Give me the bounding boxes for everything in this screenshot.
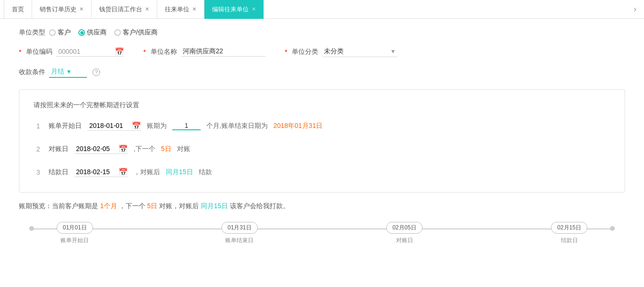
unit-name-field: * 单位名称 bbox=[143, 47, 265, 57]
radio-customer-label: 客户 bbox=[58, 28, 71, 37]
radio-both[interactable]: 客户/供应商 bbox=[114, 28, 158, 37]
timeline-label-2: 账单结束日 bbox=[225, 236, 254, 245]
row-1-end-date: 2018年01月31日 bbox=[273, 122, 322, 130]
unit-code-input-group: 📅 bbox=[56, 47, 124, 57]
row-1-date-group: 📅 bbox=[87, 121, 141, 131]
tab-home-label: 首页 bbox=[12, 5, 24, 14]
panel-row-1: 1 账单开始日 📅 账期为 个月,账单结束日期为 2018年01月31日 bbox=[34, 121, 610, 131]
unit-code-calendar-icon[interactable]: 📅 bbox=[115, 47, 124, 56]
timeline-point-2: 01月31日 账单结束日 bbox=[221, 222, 258, 245]
radio-supplier-label: 供应商 bbox=[87, 28, 107, 37]
unit-name-label: 单位名称 bbox=[151, 48, 177, 56]
row-2-highlight: 5日 bbox=[161, 145, 171, 153]
timeline-label-4: 结款日 bbox=[561, 236, 578, 245]
unit-code-input[interactable] bbox=[56, 47, 113, 56]
timeline-badge-1: 01月01日 bbox=[57, 222, 93, 234]
row-3-highlight: 同月15日 bbox=[166, 168, 193, 177]
period-input[interactable] bbox=[172, 122, 201, 130]
timeline-container: 01月01日 账单开始日 01月31日 账单结束日 02月05日 对账日 02月… bbox=[19, 222, 625, 245]
unit-category-label: 单位分类 bbox=[292, 48, 318, 56]
row-1-period-unit: 个月,账单结束日期为 bbox=[206, 122, 268, 130]
tab-sales-history-label: 销售订单历史 bbox=[40, 5, 76, 14]
unit-type-row: 单位类型 客户 供应商 客户/供应商 bbox=[19, 28, 625, 37]
row-1-suffix: 账期为 bbox=[147, 122, 167, 130]
preview-highlight3: 同月15日 bbox=[201, 202, 228, 210]
radio-supplier[interactable]: 供应商 bbox=[78, 28, 107, 37]
tab-edit-partner[interactable]: 编辑往来单位 ✕ bbox=[204, 0, 264, 19]
tab-edit-partner-close[interactable]: ✕ bbox=[252, 6, 256, 12]
radio-customer[interactable]: 客户 bbox=[49, 28, 71, 37]
panel-row-2: 2 对账日 📅 ,下一个 5日 对账 bbox=[34, 144, 610, 154]
preview-section: 账期预览：当前客户账期是 1个月 ，下一个 5日 对账，对账后 同月15日 该客… bbox=[19, 202, 625, 245]
payment-terms-field: 收款条件 月结 ▼ ? bbox=[19, 67, 100, 78]
unit-category-select[interactable]: 未分类 ▼ bbox=[322, 46, 398, 57]
row-1-label: 账单开始日 bbox=[49, 122, 82, 130]
preview-mid2: 对账，对账后 bbox=[159, 202, 199, 210]
unit-code-field: * 单位编码 📅 bbox=[19, 47, 124, 57]
payment-terms-value: 月结 bbox=[51, 68, 64, 76]
preview-prefix: 账期预览：当前客户账期是 bbox=[19, 202, 98, 210]
row-3-label: 结款日 bbox=[49, 168, 68, 177]
row-2-calendar-icon[interactable]: 📅 bbox=[119, 144, 128, 153]
payment-terms-select[interactable]: 月结 ▼ bbox=[49, 67, 87, 78]
payment-chevron-icon: ▼ bbox=[66, 68, 72, 75]
tab-cash-work[interactable]: 钱货日清工作台 ✕ bbox=[92, 0, 157, 19]
payment-terms-label: 收款条件 bbox=[19, 68, 45, 76]
row-2-suffix: 对账 bbox=[177, 145, 190, 153]
timeline-badge-4: 02月15日 bbox=[551, 222, 587, 234]
timeline-point-3: 02月05日 对账日 bbox=[386, 222, 423, 245]
tab-sales-history[interactable]: 销售订单历史 ✕ bbox=[32, 0, 92, 19]
tab-partner-close[interactable]: ✕ bbox=[192, 6, 196, 12]
panel-row-3: 3 结款日 📅 ，对账后 同月15日 结款 bbox=[34, 167, 610, 177]
unit-name-input[interactable] bbox=[181, 47, 266, 57]
timeline-badge-3: 02月05日 bbox=[386, 222, 423, 234]
radio-supplier-circle bbox=[78, 29, 85, 36]
timeline-point-4: 02月15日 结款日 bbox=[551, 222, 587, 245]
row-2-prefix: ,下一个 bbox=[134, 145, 155, 153]
row-1-date-input[interactable] bbox=[87, 121, 130, 130]
row-2-num: 2 bbox=[34, 145, 43, 153]
tab-home[interactable]: 首页 bbox=[4, 0, 32, 19]
timeline-label-3: 对账日 bbox=[396, 236, 413, 245]
radio-customer-circle bbox=[49, 29, 56, 36]
tab-partner-label: 往来单位 bbox=[165, 5, 189, 14]
timeline-label-1: 账单开始日 bbox=[60, 236, 89, 245]
help-icon[interactable]: ? bbox=[93, 68, 100, 76]
unit-category-field: * 单位分类 未分类 ▼ bbox=[285, 46, 398, 57]
payment-terms-row: 收款条件 月结 ▼ ? bbox=[19, 67, 625, 78]
unit-type-field: 单位类型 客户 供应商 客户/供应商 bbox=[19, 28, 158, 37]
timeline-points: 01月01日 账单开始日 01月31日 账单结束日 02月05日 对账日 02月… bbox=[28, 222, 616, 245]
tab-cash-work-label: 钱货日清工作台 bbox=[99, 5, 142, 14]
row-3-date-group: 📅 bbox=[74, 167, 128, 177]
row-2-date-input[interactable] bbox=[74, 144, 117, 153]
row-1-num: 1 bbox=[34, 122, 43, 130]
timeline-badge-2: 01月31日 bbox=[221, 222, 258, 234]
preview-highlight1: 1个月 bbox=[100, 202, 117, 210]
tab-expand-icon[interactable]: › bbox=[630, 4, 640, 14]
row-2-date-group: 📅 bbox=[74, 144, 128, 154]
tab-cash-work-close[interactable]: ✕ bbox=[145, 6, 149, 12]
row-3-suffix: ，对账后 bbox=[134, 168, 160, 177]
panel-title: 请按照未来的一个完整帐期进行设置 bbox=[34, 101, 610, 110]
preview-mid1: ，下一个 bbox=[119, 202, 145, 210]
tab-sales-history-close[interactable]: ✕ bbox=[79, 6, 84, 12]
unit-type-label: 单位类型 bbox=[19, 28, 45, 37]
row-3-date-input[interactable] bbox=[74, 167, 117, 177]
panel-box: 请按照未来的一个完整帐期进行设置 1 账单开始日 📅 账期为 个月,账单结束日期… bbox=[19, 89, 625, 193]
row-2-label: 对账日 bbox=[49, 145, 68, 153]
preview-text: 账期预览：当前客户账期是 1个月 ，下一个 5日 对账，对账后 同月15日 该客… bbox=[19, 202, 625, 211]
tab-edit-partner-label: 编辑往来单位 bbox=[212, 5, 249, 14]
row-3-calendar-icon[interactable]: 📅 bbox=[119, 168, 128, 177]
chevron-down-icon: ▼ bbox=[390, 48, 396, 55]
page-content: 单位类型 客户 供应商 客户/供应商 * 单位编码 bbox=[0, 19, 644, 287]
preview-highlight2: 5日 bbox=[147, 202, 157, 210]
unit-info-row: * 单位编码 📅 * 单位名称 * 单位分类 未分类 ▼ bbox=[19, 46, 625, 57]
radio-both-label: 客户/供应商 bbox=[123, 28, 158, 37]
unit-name-star: * bbox=[143, 48, 145, 56]
unit-code-label: 单位编码 bbox=[26, 48, 52, 56]
row-3-end: 结款 bbox=[199, 168, 212, 177]
preview-suffix: 该客户会给我打款。 bbox=[230, 202, 289, 210]
tab-partner[interactable]: 往来单位 ✕ bbox=[157, 0, 204, 19]
row-1-calendar-icon[interactable]: 📅 bbox=[132, 121, 141, 130]
unit-category-star: * bbox=[285, 48, 287, 56]
